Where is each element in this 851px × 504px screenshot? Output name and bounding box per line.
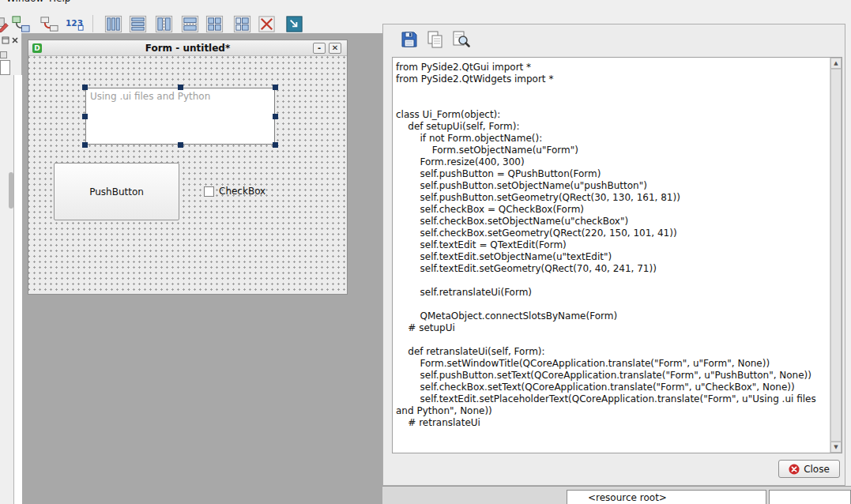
menu-help[interactable]: Help [49,0,70,4]
selection-handle[interactable] [273,85,278,90]
layout-vertical-icon[interactable] [127,13,149,35]
widget-list[interactable] [13,75,22,504]
qt-designer-screen: Window Help 123 [0,0,851,504]
selection-handle[interactable] [178,142,183,148]
toolbar-separator [92,15,93,32]
adjust-size-icon[interactable] [284,13,305,35]
dock-float-icon[interactable] [1,36,9,44]
selection-handle[interactable] [82,142,88,148]
scroll-down-icon[interactable]: ▼ [830,442,842,453]
find-icon[interactable] [450,29,471,50]
pushbutton-widget[interactable]: PushButton [54,163,179,220]
form-window-title: Form - untitled* [28,43,347,54]
break-layout-icon[interactable] [256,13,277,35]
checkbox-label: CheckBox [219,186,265,197]
widget-box-dock [0,33,22,504]
menu-window[interactable]: Window [6,0,43,4]
code-view[interactable]: from PySide2.QtGui import * from PySide2… [392,57,842,453]
minimize-button[interactable]: - [313,43,326,54]
main-toolbar: 123 [0,5,382,35]
edit-buddies-icon[interactable] [39,13,60,35]
pushbutton-label: PushButton [89,186,144,197]
selection-handle[interactable] [82,85,88,90]
textedit-placeholder: Using .ui files and Python [90,91,210,102]
form-window-titlebar[interactable]: D Form - untitled* - ✕ [28,40,347,56]
edit-tab-order-icon[interactable]: 123 [64,13,85,35]
dock-scrollbar-thumb[interactable] [9,172,13,209]
resource-browser-panel: <resource root> [382,486,851,504]
copy-icon[interactable] [425,29,446,50]
widget-filter-input[interactable] [0,60,10,75]
layout-grid-icon[interactable] [204,13,225,35]
save-icon[interactable] [399,29,420,50]
code-preview-dialog: from PySide2.QtGui import * from PySide2… [382,24,845,486]
edit-widgets-icon[interactable] [0,13,10,35]
close-x-icon [789,464,800,475]
textedit-widget[interactable]: Using .ui files and Python [85,88,275,145]
scroll-up-icon[interactable]: ▲ [830,58,842,69]
edit-signals-slots-icon[interactable] [10,13,32,35]
layout-vertical-splitter-icon[interactable] [179,13,201,35]
code-text: from PySide2.QtGui import * from PySide2… [393,58,829,433]
dock-close-icon[interactable] [10,36,19,44]
form-editor-window: D Form - untitled* - ✕ Using .ui files a… [28,39,348,295]
scrollbar-thumb[interactable] [830,69,842,442]
dock-mini-icon [0,51,7,58]
selection-handle[interactable] [273,142,278,148]
resource-side-box [769,490,851,504]
layout-form-icon[interactable] [232,13,253,35]
mdi-area: D Form - untitled* - ✕ Using .ui files a… [22,33,382,504]
form-icon: D [32,43,42,53]
checkbox-widget[interactable]: CheckBox [204,186,265,197]
close-label: Close [804,464,830,475]
layout-horizontal-icon[interactable] [103,13,124,35]
checkbox-indicator[interactable] [204,186,214,197]
selection-handle[interactable] [82,114,88,119]
form-canvas[interactable]: Using .ui files and Python PushButton Ch… [28,56,347,294]
layout-horizontal-splitter-icon[interactable] [153,13,175,35]
close-dialog-button[interactable]: Close [778,460,840,478]
close-button[interactable]: ✕ [329,43,341,54]
code-scrollbar[interactable]: ▲ ▼ [830,58,842,453]
selection-handle[interactable] [178,85,183,90]
selection-handle[interactable] [273,114,278,119]
resource-root-item[interactable]: <resource root> [588,492,667,503]
resource-tree[interactable]: <resource root> [567,490,766,504]
